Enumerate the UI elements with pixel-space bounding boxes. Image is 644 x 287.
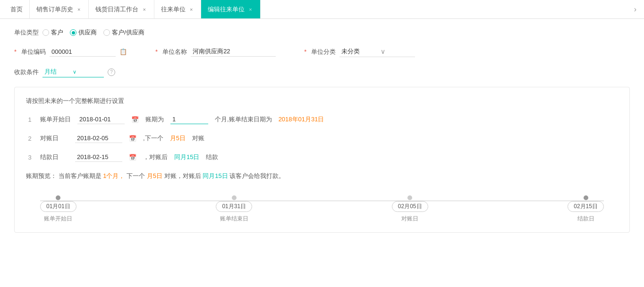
setting-row-2: 2 对账日 📅 ,下一个 月5日 对账 <box>26 134 618 143</box>
timeline-node-2: 02月05日 对账日 <box>392 195 428 223</box>
payment-label: 收款条件 <box>14 68 39 76</box>
node-dot-3 <box>584 195 588 200</box>
tabs-bar: 首页 销售订单历史 × 钱货日清工作台 × 往来单位 × 编辑往来单位 × › <box>0 0 644 19</box>
tab-edit-partner-close[interactable]: × <box>247 6 253 13</box>
unit-type-label: 单位类型 <box>14 28 39 37</box>
tab-cash-work-label: 钱货日清工作台 <box>95 5 138 14</box>
unit-info-row: * 单位编码 📋 * 单位名称 * 单位分类 未分类 ∨ <box>14 46 630 57</box>
setting-row-3: 3 结款日 📅 ，对账后 同月15日 结款 <box>26 152 618 162</box>
timeline-nodes: 01月01日 账单开始日 01月31日 账单结束日 02月05日 对账日 02月… <box>40 195 604 223</box>
preview-highlight-1: 1个月， <box>103 172 125 179</box>
timeline-node-0: 01月01日 账单开始日 <box>40 195 76 223</box>
tab-sales-history-close[interactable]: × <box>76 6 82 13</box>
preview-text-4: 该客户会给我打款。 <box>229 172 285 179</box>
row-num-2: 2 <box>26 135 34 142</box>
setting-row-1: 1 账单开始日 📅 账期为 个月,账单结束日期为 2018年01月31日 <box>26 115 618 124</box>
preview-text: 账期预览： 当前客户账期是 1个月， 下一个 月5日 对账，对账后 同月15日 … <box>26 171 618 181</box>
preview-label: 账期预览： <box>26 172 57 179</box>
node-label-0: 账单开始日 <box>44 215 72 223</box>
payment-help-icon[interactable]: ? <box>108 68 115 76</box>
tab-partner-units-close[interactable]: × <box>188 6 194 13</box>
radio-both[interactable]: 客户/供应商 <box>103 28 144 37</box>
unit-type-row: 单位类型 客户 供应商 客户/供应商 <box>14 28 630 37</box>
row-3-prefix: ，对账后 <box>143 153 168 161</box>
payment-row: 收款条件 月结 ∨ ? <box>14 67 630 77</box>
unit-type-field: 单位类型 客户 供应商 客户/供应商 <box>14 28 144 37</box>
preview-text-1: 当前客户账期是 <box>59 172 102 179</box>
row-1-desc-prefix: 账期为 <box>145 115 164 124</box>
tab-home-label: 首页 <box>10 5 23 14</box>
panel-title: 请按照未来的一个完整帐期进行设置 <box>26 97 618 105</box>
radio-customer[interactable]: 客户 <box>42 28 63 37</box>
timeline-node-3: 02月15日 结款日 <box>568 195 604 223</box>
node-label-1: 账单结束日 <box>220 215 248 223</box>
unit-code-input[interactable] <box>50 47 116 57</box>
radio-customer-label: 客户 <box>51 28 63 37</box>
unit-name-label: 单位名称 <box>162 48 187 56</box>
tab-cash-work-close[interactable]: × <box>141 6 147 13</box>
node-badge-1: 01月31日 <box>216 201 252 212</box>
payment-field: 收款条件 月结 ∨ ? <box>14 67 115 77</box>
tab-cash-work[interactable]: 钱货日清工作台 × <box>89 0 154 18</box>
unit-category-required: * <box>304 48 306 55</box>
radio-both-label: 客户/供应商 <box>112 28 144 37</box>
radio-supplier[interactable]: 供应商 <box>70 28 97 37</box>
node-badge-0: 01月01日 <box>40 201 76 212</box>
tab-edit-partner-label: 编辑往来单位 <box>208 5 245 14</box>
settings-panel: 请按照未来的一个完整帐期进行设置 1 账单开始日 📅 账期为 个月,账单结束日期… <box>14 87 630 233</box>
main-content: 单位类型 客户 供应商 客户/供应商 * 单位编码 <box>0 19 644 287</box>
timeline: 01月01日 账单开始日 01月31日 账单结束日 02月05日 对账日 02月… <box>26 195 618 223</box>
payment-arrow: ∨ <box>73 69 76 75</box>
payment-dropdown[interactable]: 月结 ∨ <box>42 67 104 77</box>
radio-customer-circle <box>42 29 49 36</box>
tab-partner-units[interactable]: 往来单位 × <box>154 0 201 18</box>
radio-supplier-label: 供应商 <box>78 28 97 37</box>
row-3-suffix: 结款 <box>206 153 218 161</box>
tab-partner-units-label: 往来单位 <box>161 5 186 14</box>
tabs-more-arrow[interactable]: › <box>630 5 640 14</box>
row-num-3: 3 <box>26 154 34 161</box>
row-2-prefix: ,下一个 <box>143 134 163 143</box>
row-label-3: 结款日 <box>40 153 68 161</box>
unit-name-input[interactable] <box>191 47 276 57</box>
row-num-1: 1 <box>26 116 34 123</box>
payment-date-calendar-icon[interactable]: 📅 <box>129 154 136 161</box>
node-label-3: 结款日 <box>577 215 594 223</box>
unit-name-required: * <box>155 48 158 55</box>
unit-name-field: * 单位名称 <box>155 47 276 57</box>
unit-code-required: * <box>14 48 17 55</box>
timeline-node-1: 01月31日 账单结束日 <box>216 195 252 223</box>
row-2-highlight-day: 月5日 <box>170 134 186 143</box>
start-date-calendar-icon[interactable]: 📅 <box>131 116 139 123</box>
node-dot-0 <box>56 195 60 200</box>
tab-edit-partner[interactable]: 编辑往来单位 × <box>201 0 260 18</box>
unit-category-value: 未分类 <box>341 47 360 56</box>
preview-text-2: 下一个 <box>127 172 145 179</box>
preview-text-3: 对账，对账后 <box>164 172 201 179</box>
node-badge-3: 02月15日 <box>568 201 604 212</box>
row-label-2: 对账日 <box>40 134 68 143</box>
payment-date-input[interactable] <box>75 152 122 162</box>
row-label-1: 账单开始日 <box>40 115 71 124</box>
unit-category-dropdown[interactable]: 未分类 ∨ <box>339 46 415 57</box>
row-1-desc-suffix: 个月,账单结束日期为 <box>215 115 272 124</box>
months-input[interactable] <box>170 115 208 124</box>
node-dot-1 <box>232 195 237 200</box>
node-dot-2 <box>407 195 412 200</box>
tab-sales-history[interactable]: 销售订单历史 × <box>30 0 89 18</box>
radio-both-circle <box>103 29 110 36</box>
start-date-input[interactable] <box>77 115 125 124</box>
node-badge-2: 02月05日 <box>392 201 428 212</box>
payment-value: 月结 <box>44 68 57 76</box>
unit-code-icon[interactable]: 📋 <box>119 48 127 55</box>
unit-category-arrow: ∨ <box>381 48 385 55</box>
reconcile-date-calendar-icon[interactable]: 📅 <box>129 135 136 142</box>
preview-highlight-3: 同月15日 <box>203 172 228 179</box>
tab-sales-history-label: 销售订单历史 <box>36 5 73 14</box>
row-1-highlight-date: 2018年01月31日 <box>279 115 324 124</box>
unit-code-field: * 单位编码 📋 <box>14 47 127 57</box>
reconcile-date-input[interactable] <box>75 134 122 143</box>
unit-category-field: * 单位分类 未分类 ∨ <box>304 46 415 57</box>
tab-home[interactable]: 首页 <box>4 0 30 18</box>
unit-category-label: 单位分类 <box>311 48 336 56</box>
